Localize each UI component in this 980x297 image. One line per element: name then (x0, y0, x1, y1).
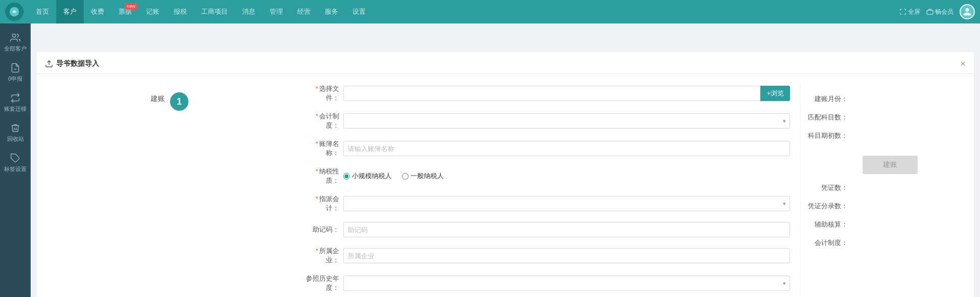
accountant-select[interactable] (343, 196, 790, 211)
match-row: 匹配科目数： (806, 113, 964, 122)
voucher-row: 凭证数： (806, 183, 964, 192)
nav-item-home[interactable]: 首页 (29, 0, 56, 23)
auxiliary-row: 辅助核算： (806, 220, 964, 229)
tax-small-radio[interactable]: 小规模纳税人 (343, 171, 392, 181)
build-account-button[interactable]: 建账 (863, 156, 918, 174)
company-label: *所属企业： (302, 246, 343, 265)
voucher-label: 凭证数： (806, 183, 852, 192)
sidebar-item-recycle[interactable]: 回收站 (1, 119, 30, 147)
step-badge: 1 (170, 92, 188, 111)
top-nav: 首页 客户 收费 票据 new 记账 报税 工商项目 消息 管理 经营 服务 设… (0, 0, 980, 23)
company-row: *所属企业： (302, 246, 790, 265)
history-row: 参照历史年度： (302, 274, 790, 292)
ledger-label: *账簿名称： (302, 139, 343, 158)
sidebar-item-tag-settings[interactable]: 标签设置 (1, 149, 30, 177)
nav-item-management[interactable]: 管理 (262, 0, 290, 23)
page-area: 导爷数据导入 × 建账 1 *选择文件： (31, 47, 980, 297)
accounting-label: *会计制度： (302, 112, 343, 130)
nav-right: 全屏 畅会员 (899, 4, 975, 19)
build-btn-row: 建账 (806, 151, 964, 174)
accountant-label: *指派会计： (302, 194, 343, 213)
nav-item-fee[interactable]: 收费 (84, 0, 111, 23)
form-fields: *选择文件： +浏览 *会计制度： (302, 84, 800, 297)
app-logo[interactable] (5, 3, 23, 21)
sidebar-item-zero-report[interactable]: 0申报 (1, 59, 30, 87)
modal-title: 导爷数据导入 (45, 59, 99, 68)
auxiliary-label: 辅助核算： (806, 220, 852, 229)
accountant-row: *指派会计： (302, 194, 790, 213)
accounting-select[interactable] (343, 113, 790, 129)
nav-item-bookkeeping[interactable]: 记账 (139, 0, 166, 23)
main-content: 导爷数据导入 × 建账 1 *选择文件： (31, 23, 980, 297)
memo-input[interactable] (343, 222, 790, 237)
ledger-input[interactable] (343, 141, 790, 156)
accounting-row: *会计制度： (302, 112, 790, 130)
period-row: 科目期初数： (806, 131, 964, 140)
nav-item-invoice[interactable]: 票据 new (111, 0, 139, 23)
step-label: 建账 (151, 94, 165, 104)
company-input[interactable] (343, 248, 790, 263)
nav-item-service[interactable]: 服务 (318, 0, 345, 23)
file-input[interactable] (343, 86, 760, 101)
modal-card: 导爷数据导入 × 建账 1 *选择文件： (37, 52, 974, 297)
tax-row: *纳税性质： 小规模纳税人 一般纳税人 (302, 167, 790, 185)
file-label: *选择文件： (302, 84, 343, 103)
entry-label: 凭证分录数： (806, 202, 852, 211)
avatar[interactable] (960, 4, 975, 19)
memo-label: 助记码： (302, 225, 343, 234)
month-row: 建账月份： (806, 94, 964, 104)
form-body: 建账 1 *选择文件： +浏览 (37, 74, 974, 297)
history-select[interactable] (343, 276, 790, 291)
svg-rect-1 (927, 10, 933, 14)
form-left: 建账 1 (37, 84, 302, 297)
nav-item-message[interactable]: 消息 (235, 0, 262, 23)
system-label: 会计制度： (806, 238, 852, 247)
sidebar: 全部客户 0申报 账套迁移 回收站 标签设置 (0, 23, 31, 297)
form-right: 建账月份： 匹配科目数： 科目期初数： 建账 (800, 84, 974, 297)
nav-item-tax[interactable]: 报税 (166, 0, 194, 23)
fullscreen-button[interactable]: 全屏 (899, 8, 920, 16)
tax-general-radio[interactable]: 一般纳税人 (402, 171, 444, 181)
period-label: 科目期初数： (806, 131, 852, 140)
nav-item-settings[interactable]: 设置 (345, 0, 373, 23)
modal-header: 导爷数据导入 × (37, 52, 974, 74)
nav-item-business[interactable]: 工商项目 (194, 0, 235, 23)
nav-items: 首页 客户 收费 票据 new 记账 报税 工商项目 消息 管理 经营 服务 设… (29, 0, 899, 23)
sidebar-item-migrate[interactable]: 账套迁移 (1, 89, 30, 117)
entry-row: 凭证分录数： (806, 202, 964, 211)
new-badge: new (125, 3, 137, 10)
file-input-wrapper: +浏览 (343, 86, 790, 101)
memo-row: 助记码： (302, 222, 790, 237)
match-label: 匹配科目数： (806, 113, 852, 122)
tax-label: *纳税性质： (302, 167, 343, 185)
nav-item-customer[interactable]: 客户 (56, 0, 84, 23)
accounting-select-wrapper (343, 113, 790, 129)
history-label: 参照历史年度： (302, 274, 343, 292)
month-label: 建账月份： (806, 94, 852, 104)
ledger-row: *账簿名称： (302, 139, 790, 158)
vip-button[interactable]: 畅会员 (926, 8, 953, 16)
modal-close-button[interactable]: × (960, 59, 966, 68)
svg-point-2 (12, 34, 16, 38)
system-row: 会计制度： (806, 238, 964, 247)
file-row: *选择文件： +浏览 (302, 84, 790, 103)
tax-radio-group: 小规模纳税人 一般纳税人 (343, 171, 790, 181)
sidebar-item-all-customers[interactable]: 全部客户 (1, 29, 30, 57)
accountant-select-wrapper (343, 196, 790, 211)
history-select-wrapper (343, 276, 790, 291)
nav-item-operation[interactable]: 经营 (290, 0, 318, 23)
browse-button[interactable]: +浏览 (760, 86, 790, 101)
